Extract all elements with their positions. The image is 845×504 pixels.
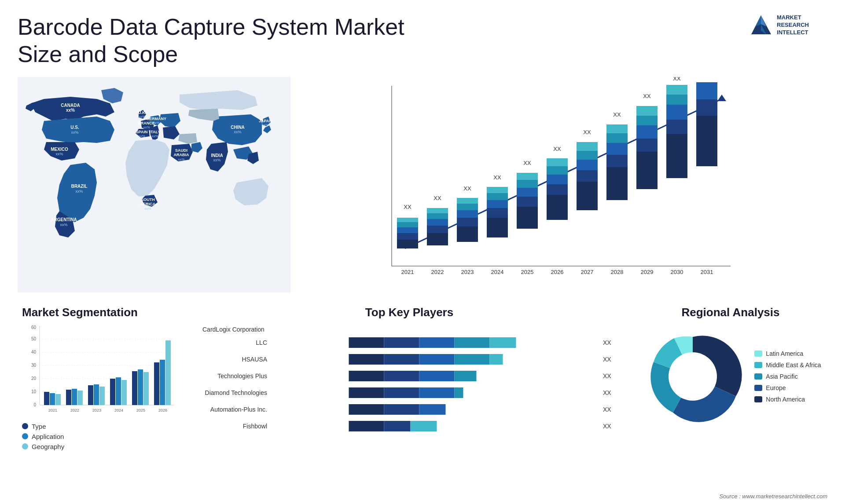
svg-rect-149 [349, 371, 384, 381]
svg-text:xx%: xx% [178, 157, 184, 161]
svg-rect-37 [427, 213, 448, 219]
svg-rect-152 [455, 371, 477, 381]
bar-chart-svg: XX 2021 XX 2022 XX 2023 [299, 77, 819, 288]
legend-type: Type [22, 423, 180, 430]
svg-rect-84 [636, 139, 658, 152]
svg-rect-98 [696, 99, 717, 116]
svg-rect-64 [547, 175, 568, 184]
svg-rect-70 [577, 170, 598, 182]
regional-title: Regional Analysis [638, 306, 823, 319]
svg-text:xx%: xx% [60, 223, 67, 227]
svg-rect-128 [116, 377, 121, 405]
svg-rect-146 [419, 354, 455, 365]
svg-text:XX: XX [643, 93, 651, 99]
svg-rect-66 [547, 158, 568, 166]
svg-text:XX: XX [613, 111, 621, 118]
svg-text:2031: 2031 [701, 269, 713, 275]
bar-chart-section: XX 2021 XX 2022 XX 2023 [290, 73, 827, 301]
svg-text:2030: 2030 [671, 269, 683, 275]
svg-rect-50 [487, 200, 508, 208]
svg-text:XX: XX [523, 160, 531, 166]
northamerica-color [754, 396, 762, 402]
svg-rect-158 [384, 404, 419, 415]
svg-rect-27 [397, 240, 418, 248]
player-value-diamond: XX [603, 389, 616, 396]
france-label: FRANCE [138, 121, 155, 125]
player-row-auto: Automation-Plus Inc. XX [202, 403, 616, 416]
player-value-fish: XX [603, 423, 616, 430]
bar-chart-container: XX 2021 XX 2022 XX 2023 [299, 77, 819, 288]
europe-color [754, 385, 762, 391]
svg-rect-120 [72, 389, 77, 405]
svg-text:2023: 2023 [461, 269, 474, 275]
uk-label: U.K. [138, 110, 146, 115]
svg-rect-144 [349, 354, 384, 365]
svg-rect-57 [517, 188, 538, 197]
svg-rect-55 [517, 207, 538, 229]
svg-text:2022: 2022 [431, 269, 444, 275]
svg-rect-145 [384, 354, 419, 365]
bottom-area: Market Segmentation 0 10 20 30 [18, 301, 827, 457]
latin-color [754, 351, 762, 357]
svg-rect-58 [517, 180, 538, 188]
svg-text:xx%: xx% [143, 125, 150, 129]
svg-rect-157 [349, 404, 384, 415]
svg-text:AFRICA: AFRICA [140, 202, 155, 206]
svg-text:10: 10 [31, 389, 37, 394]
player-name-diamond: Diamond Technologies [202, 389, 271, 396]
svg-text:2027: 2027 [581, 269, 594, 275]
svg-rect-91 [666, 120, 687, 134]
map-section: CANADA xx% U.S. xx% MEXICO xx% BRAZIL xx… [18, 73, 290, 301]
svg-rect-72 [577, 151, 598, 160]
svg-rect-125 [99, 387, 105, 405]
player-bar-llc [274, 336, 599, 349]
players-title: Top Key Players [202, 306, 616, 319]
regional-legend: Latin America Middle East & Africa Asia … [754, 350, 821, 403]
svg-rect-83 [636, 152, 658, 189]
svg-rect-38 [427, 208, 448, 213]
svg-text:60: 60 [31, 325, 37, 330]
svg-text:xx%: xx% [138, 134, 145, 138]
player-row-tech: Technologies Plus XX [202, 370, 616, 382]
player-bar-auto [274, 403, 599, 416]
svg-text:XX: XX [553, 146, 561, 152]
argentina-label: ARGENTINA [51, 217, 77, 222]
svg-rect-92 [666, 105, 687, 120]
svg-rect-85 [636, 125, 658, 139]
svg-rect-132 [138, 369, 143, 405]
svg-rect-48 [487, 218, 508, 237]
regional-section: Regional Analysis [634, 306, 827, 453]
svg-rect-150 [384, 371, 419, 381]
spain-label: SPAIN [136, 130, 148, 134]
svg-rect-34 [427, 233, 448, 245]
svg-rect-159 [419, 404, 446, 415]
svg-rect-141 [419, 337, 455, 348]
apac-color [754, 373, 762, 380]
svg-text:xx%: xx% [75, 189, 83, 194]
us-label: U.S. [70, 125, 79, 130]
svg-text:xx%: xx% [234, 130, 241, 134]
germany-label: GERMANY [146, 117, 166, 121]
svg-rect-29 [397, 227, 418, 233]
china-label: CHINA [231, 125, 245, 130]
player-bar-diamond [274, 387, 599, 399]
svg-rect-30 [397, 222, 418, 227]
svg-rect-44 [457, 204, 478, 210]
legend-europe: Europe [754, 384, 821, 391]
svg-rect-80 [606, 124, 628, 133]
player-name-auto: Automation-Plus Inc. [202, 406, 271, 413]
player-bar-hsa [274, 353, 599, 365]
usa-shape [42, 117, 114, 143]
svg-rect-78 [606, 143, 628, 155]
svg-rect-153 [349, 387, 384, 398]
svg-text:xx%: xx% [55, 152, 63, 156]
svg-text:XX: XX [673, 77, 681, 82]
svg-text:30: 30 [31, 363, 37, 368]
player-row-hsa: HSAUSA XX [202, 353, 616, 365]
svg-rect-123 [88, 385, 93, 405]
svg-point-163 [669, 352, 717, 401]
legend-apac: Asia Pacific [754, 373, 821, 380]
svg-rect-162 [411, 421, 437, 431]
segmentation-title: Market Segmentation [22, 306, 180, 319]
svg-text:50: 50 [31, 336, 37, 341]
